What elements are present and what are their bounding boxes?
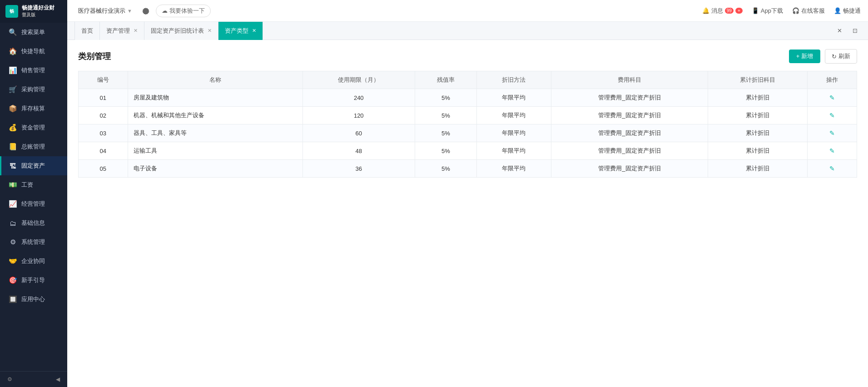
tab-asset-mgmt-close[interactable]: ✕: [134, 28, 138, 34]
folder-icon: 🗂: [9, 219, 17, 227]
sidebar: 畅 畅捷通好业财 普及版 🔍 搜索菜单 🏠 快捷导航 📊 销售管理 🛒 采购管理…: [0, 0, 67, 387]
sidebar-item-newbie[interactable]: 🎯 新手引导: [0, 271, 67, 290]
notification-button[interactable]: 🔔 消息 99+: [702, 7, 743, 15]
sidebar-item-operations[interactable]: 📈 经营管理: [0, 194, 67, 213]
tab-asset-type-close[interactable]: ✕: [252, 28, 256, 34]
cell-expense: 管理费用_固定资产折旧: [551, 124, 708, 142]
handshake-icon: 🤝: [9, 257, 17, 265]
tab-home[interactable]: 首页: [74, 22, 100, 40]
cell-accumulated: 累计折旧: [708, 124, 808, 142]
table-header-row: 编号 名称 使用期限（月） 残值率 折旧方法 费用科目 累计折旧科目 操作: [79, 71, 857, 89]
cell-action[interactable]: ✎: [808, 89, 857, 107]
edit-icon[interactable]: ✎: [829, 147, 835, 154]
sidebar-item-purchase[interactable]: 🛒 采购管理: [0, 80, 67, 99]
cell-name: 电子设备: [128, 160, 303, 178]
user-profile-button[interactable]: 👤 畅捷通: [834, 7, 861, 15]
cell-period: 120: [303, 107, 415, 124]
topbar-right: 🔔 消息 99+ 📱 App下载 🎧 在线客服 👤 畅捷通: [702, 7, 861, 15]
gear-icon: ⚙: [9, 238, 17, 246]
avatar-icon: 👤: [834, 7, 841, 14]
chart-icon: 📊: [9, 66, 17, 74]
close-tab-button[interactable]: ✕: [833, 25, 845, 37]
sidebar-item-label: 快捷导航: [21, 47, 45, 55]
app-download-button[interactable]: 📱 App下载: [752, 7, 783, 15]
cell-name: 房屋及建筑物: [128, 89, 303, 107]
table-row: 02 机器、机械和其他生产设备 120 5% 年限平均 管理费用_固定资产折旧 …: [79, 107, 857, 124]
cell-action[interactable]: ✎: [808, 124, 857, 142]
cell-period: 60: [303, 124, 415, 142]
new-button[interactable]: + 新增: [789, 50, 820, 63]
sidebar-item-label: 新手引导: [21, 276, 45, 284]
sidebar-item-inventory[interactable]: 📦 库存核算: [0, 99, 67, 118]
tab-home-label: 首页: [81, 27, 93, 35]
app-logo: 畅 畅捷通好业财 普及版: [0, 0, 67, 23]
page-content: 类别管理 + 新增 ↻ 刷新 编号 名称 使用期限（月） 残值率 折旧方法 费用…: [67, 40, 868, 387]
online-service-label: 在线客服: [801, 7, 825, 15]
col-method: 折旧方法: [476, 71, 551, 89]
footer-settings-icon[interactable]: ⚙: [7, 376, 12, 382]
cell-id: 04: [79, 142, 128, 160]
trial-label: 我要体验一下: [169, 7, 205, 15]
cell-action[interactable]: ✎: [808, 107, 857, 124]
sidebar-item-label: 固定资产: [21, 162, 45, 170]
page-title: 类别管理: [78, 51, 111, 62]
trial-button[interactable]: ☁ 我要体验一下: [156, 5, 211, 17]
sidebar-item-label: 搜索菜单: [21, 28, 45, 36]
col-action: 操作: [808, 71, 857, 89]
refresh-button[interactable]: ↻ 刷新: [825, 49, 857, 64]
refresh-label: 刷新: [838, 52, 850, 60]
sidebar-item-label: 销售管理: [21, 66, 45, 74]
sidebar-item-ledger[interactable]: 📒 总账管理: [0, 137, 67, 156]
sidebar-item-label: 库存核算: [21, 104, 45, 113]
building-icon: 🏗: [9, 162, 17, 170]
headset-icon: 🎧: [792, 7, 799, 14]
sidebar-item-label: 系统管理: [21, 238, 45, 246]
sidebar-item-label: 采购管理: [21, 85, 45, 94]
footer-collapse-icon[interactable]: ◀: [56, 376, 60, 382]
topbar: 医疗器械行业演示 ▼ ☁ 我要体验一下 🔔 消息 99+ 📱: [67, 0, 868, 22]
tab-asset-type[interactable]: 资产类型 ✕: [218, 22, 263, 40]
cell-residual: 5%: [415, 142, 476, 160]
tab-depreciation-close[interactable]: ✕: [208, 28, 212, 34]
cell-id: 02: [79, 107, 128, 124]
maximize-tab-button[interactable]: ⊡: [849, 25, 861, 37]
topbar-left: 医疗器械行业演示 ▼ ☁ 我要体验一下: [74, 5, 697, 17]
target-icon: 🎯: [9, 276, 17, 284]
edit-icon[interactable]: ✎: [829, 129, 835, 137]
edit-icon[interactable]: ✎: [829, 112, 835, 119]
industry-selector[interactable]: 医疗器械行业演示 ▼: [74, 5, 136, 17]
sidebar-item-fixed-assets[interactable]: 🏗 固定资产: [0, 156, 67, 175]
book-icon: 📒: [9, 143, 17, 151]
sidebar-item-search[interactable]: 🔍 搜索菜单: [0, 23, 67, 42]
col-residual: 残值率: [415, 71, 476, 89]
bell-icon: 🔔: [702, 7, 709, 14]
col-expense: 费用科目: [551, 71, 708, 89]
industry-label: 医疗器械行业演示: [78, 7, 125, 15]
sidebar-item-sales[interactable]: 📊 销售管理: [0, 61, 67, 80]
online-service-button[interactable]: 🎧 在线客服: [792, 7, 825, 15]
sidebar-item-base-info[interactable]: 🗂 基础信息: [0, 213, 67, 233]
sidebar-item-wages[interactable]: 💵 工资: [0, 175, 67, 194]
sidebar-item-label: 基础信息: [21, 219, 45, 227]
tab-asset-mgmt[interactable]: 资产管理 ✕: [100, 22, 144, 40]
cell-action[interactable]: ✎: [808, 142, 857, 160]
edit-icon[interactable]: ✎: [829, 165, 835, 172]
cell-name: 运输工具: [128, 142, 303, 160]
sidebar-item-system[interactable]: ⚙ 系统管理: [0, 233, 67, 252]
industry-settings-button[interactable]: [139, 5, 152, 17]
col-name: 名称: [128, 71, 303, 89]
sidebar-item-label: 资金管理: [21, 124, 45, 132]
asset-type-table: 编号 名称 使用期限（月） 残值率 折旧方法 费用科目 累计折旧科目 操作 01…: [78, 71, 857, 178]
edit-icon[interactable]: ✎: [829, 94, 835, 101]
cell-method: 年限平均: [476, 160, 551, 178]
sidebar-item-funds[interactable]: 💰 资金管理: [0, 118, 67, 137]
cell-residual: 5%: [415, 107, 476, 124]
cell-method: 年限平均: [476, 89, 551, 107]
table-row: 03 器具、工具、家具等 60 5% 年限平均 管理费用_固定资产折旧 累计折旧…: [79, 124, 857, 142]
main-area: 医疗器械行业演示 ▼ ☁ 我要体验一下 🔔 消息 99+ 📱: [67, 0, 868, 387]
sidebar-item-enterprise[interactable]: 🤝 企业协同: [0, 252, 67, 271]
sidebar-item-quick-nav[interactable]: 🏠 快捷导航: [0, 42, 67, 61]
sidebar-item-app-center[interactable]: 🔲 应用中心: [0, 290, 67, 309]
cell-action[interactable]: ✎: [808, 160, 857, 178]
tab-depreciation-table[interactable]: 固定资产折旧统计表 ✕: [144, 22, 218, 40]
